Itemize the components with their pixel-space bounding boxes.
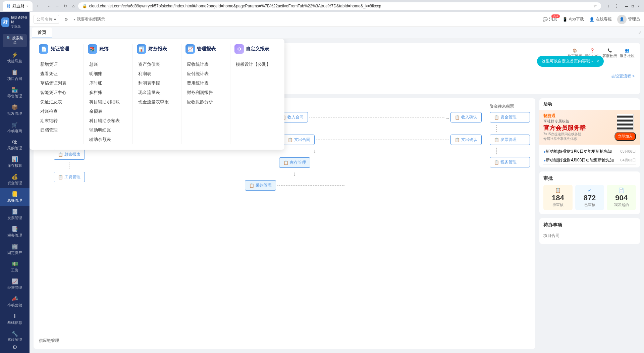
menu-item-receivable-stats[interactable]: 应收统计表 bbox=[185, 60, 226, 69]
menu-item-detail-ledger[interactable]: 明细账 bbox=[88, 69, 128, 79]
sidebar-item-capital[interactable]: 💰 资金管理 bbox=[0, 171, 30, 188]
col-header-ledger: 📚 账簿 bbox=[88, 44, 128, 56]
menu-item-balance[interactable]: 余额表 bbox=[88, 107, 128, 116]
demo-link[interactable]: 我要看实例演示 bbox=[73, 16, 105, 22]
address-bar[interactable]: 🔒 cloud.chanjet.com/cc/u6d89qwnryel/57bf… bbox=[78, 2, 601, 10]
sidebar-item-project-contract[interactable]: 📋 项目合同 bbox=[0, 66, 30, 84]
active-tab[interactable]: 财 好业财 × bbox=[3, 1, 33, 11]
stat-pending[interactable]: 📋 184 待审核 bbox=[543, 185, 573, 210]
sidebar-item-quick-nav[interactable]: ⚡ 快捷导航 bbox=[0, 49, 30, 66]
proc-box-tax-mgmt[interactable]: 📋 税务管理 bbox=[490, 157, 530, 167]
proc-box-capital-mgmt[interactable]: 📋 资金管理 bbox=[490, 112, 530, 122]
settings-btn[interactable]: ⚙ bbox=[62, 16, 71, 23]
menu-item-template-design[interactable]: 模板设计【公测】 bbox=[234, 60, 275, 69]
menu-item-cashflow-quarterly[interactable]: 现金流量表季报 bbox=[137, 97, 177, 107]
menu-item-subject-aux-balance[interactable]: 科目辅助余额表 bbox=[88, 116, 128, 125]
menu-item-archive[interactable]: 归档管理 bbox=[39, 125, 79, 135]
menu-item-receivable-aging[interactable]: 应收账龄分析 bbox=[185, 97, 226, 107]
menu-item-view-voucher[interactable]: 查看凭证 bbox=[39, 69, 79, 79]
customer-hotline-quick[interactable]: 📞 客服热线 bbox=[602, 48, 617, 58]
chevron-down-icon: ▾ bbox=[54, 17, 56, 22]
todo-item-project-contract[interactable]: 项目合同 bbox=[543, 232, 636, 240]
tab-home[interactable]: 首页 bbox=[32, 28, 52, 38]
stat-approved[interactable]: ✓ 872 已审核 bbox=[575, 185, 604, 210]
set-flow-btn-container: 去设置流程 > bbox=[611, 73, 635, 79]
menu-item-reconciliation[interactable]: 对账检查 bbox=[39, 107, 79, 116]
proc-box-expense-contract[interactable]: 📋 支出合同 bbox=[283, 135, 315, 145]
news-item-1[interactable]: ● 新功能|好业财3月6日功能更新抢先知 03月06日 bbox=[543, 147, 636, 156]
menu-item-income-quarterly[interactable]: 利润表季报 bbox=[137, 79, 177, 88]
sidebar-item-inventory[interactable]: 📊 库存核算 bbox=[0, 153, 30, 171]
menu-item-voucher-summary[interactable]: 凭证汇总表 bbox=[39, 97, 79, 107]
search-menu-btn[interactable]: 🔍 搜索菜单 bbox=[3, 34, 27, 47]
proc-box-invoice-mgmt[interactable]: 📋 发票管理 bbox=[490, 135, 530, 145]
menu-item-cashflow[interactable]: 现金流量表 bbox=[137, 88, 177, 97]
minimize-btn[interactable]: — bbox=[624, 3, 629, 9]
back-btn[interactable]: ← bbox=[46, 3, 53, 9]
user-menu-btn[interactable]: 👤 管理员 bbox=[617, 15, 640, 24]
sidebar-item-ecommerce[interactable]: 🛒 小畅电商 bbox=[0, 119, 30, 136]
sidebar-item-accounting[interactable]: 📒 总账管理 bbox=[0, 188, 30, 206]
sidebar-item-marketing[interactable]: 📣 小畅营销 bbox=[0, 293, 30, 310]
message-btn[interactable]: 💬 消息 99+ bbox=[543, 16, 557, 22]
expand-btn[interactable]: ⤢ bbox=[638, 31, 641, 35]
refresh-btn[interactable]: ↻ bbox=[62, 3, 69, 9]
download-icon[interactable]: ↓ bbox=[605, 3, 612, 9]
menu-item-multi-column[interactable]: 多栏账 bbox=[88, 88, 128, 97]
news-item-2[interactable]: ● 新功能|好业财4月03日功能更新抢先知 04月03日 bbox=[543, 156, 636, 165]
menu-item-aux-detail[interactable]: 辅助明细账 bbox=[88, 125, 128, 135]
sidebar-item-invoice[interactable]: 🧾 发票管理 bbox=[0, 206, 30, 223]
bookmark-icon[interactable]: ☆ bbox=[593, 4, 597, 8]
maximize-btn[interactable]: □ bbox=[630, 3, 635, 9]
app-wrapper: 好 畅捷通好业财 专业版 🔍 搜索菜单 ⚡ 快捷导航 📋 项目合同 🏪 零售管理 bbox=[0, 12, 644, 353]
menu-item-general-ledger[interactable]: 总账 bbox=[88, 60, 128, 69]
company-selector[interactable]: 公司名称 ▾ bbox=[34, 15, 59, 24]
sidebar-item-basic-info[interactable]: ℹ 基础信息 bbox=[0, 310, 30, 328]
proc-box-income-confirm[interactable]: 📋 收入确认 bbox=[450, 112, 482, 122]
banner-subtitle: 享社群专属权益 bbox=[543, 119, 614, 124]
sidebar-item-wholesale[interactable]: 📦 批发管理 bbox=[0, 101, 30, 119]
sidebar-settings-btn[interactable]: ⚙ bbox=[1, 344, 28, 350]
menu-item-payable-stats[interactable]: 应付统计表 bbox=[185, 69, 226, 79]
sidebar-item-operations[interactable]: 📈 经营管理 bbox=[0, 275, 30, 293]
menu-item-smart-voucher[interactable]: 智能凭证中心 bbox=[39, 88, 79, 97]
sidebar-item-purchase[interactable]: 🛍 采购管理 bbox=[0, 136, 30, 153]
sidebar-item-payroll[interactable]: 💵 工资 bbox=[0, 258, 30, 275]
stat-sent[interactable]: 📄 904 我发起的 bbox=[607, 185, 636, 210]
new-tab-btn[interactable]: + bbox=[34, 2, 42, 10]
more-icon[interactable]: ⋮ bbox=[613, 3, 620, 9]
menu-item-subject-aux-detail[interactable]: 科目辅助明细账 bbox=[88, 97, 128, 107]
tab-close-btn[interactable]: × bbox=[26, 4, 29, 8]
proc-box-general-report[interactable]: 📋 总账报表 bbox=[54, 149, 85, 160]
sidebar-item-retail[interactable]: 🏪 零售管理 bbox=[0, 84, 30, 101]
service-community-quick[interactable]: 👥 服务社区 bbox=[620, 48, 635, 58]
forward-btn[interactable]: → bbox=[54, 3, 61, 9]
sidebar-item-tax[interactable]: 📑 税务管理 bbox=[0, 223, 30, 241]
home-btn[interactable]: ⌂ bbox=[70, 3, 77, 9]
proc-box-inventory[interactable]: 📋 库存管理 bbox=[279, 157, 310, 168]
proc-row-inventory: 📋 库存管理 bbox=[107, 157, 482, 168]
sidebar-item-system[interactable]: 🔧 系统管理 bbox=[0, 328, 30, 341]
menu-item-period-close[interactable]: 期末结转 bbox=[39, 116, 79, 125]
proc-box-payroll-mgmt[interactable]: 📋 工资管理 bbox=[54, 172, 85, 182]
join-btn[interactable]: 立即加入 bbox=[614, 132, 636, 141]
online-service-btn[interactable]: 👤 在线客服 bbox=[589, 16, 612, 22]
menu-item-sequence-ledger[interactable]: 序时账 bbox=[88, 79, 128, 88]
close-btn[interactable]: × bbox=[636, 3, 641, 9]
menu-item-profit-report[interactable]: 财务利润报告 bbox=[185, 88, 226, 97]
tip-close-btn[interactable]: × bbox=[597, 59, 599, 64]
menu-item-draft-voucher[interactable]: 草稿凭证列表 bbox=[39, 79, 79, 88]
sidebar-item-fixed-assets[interactable]: 🏢 固定资产 bbox=[0, 241, 30, 258]
proc-box-expense-confirm[interactable]: 📋 支出确认 bbox=[450, 135, 482, 145]
menu-item-balance-sheet[interactable]: 资产负债表 bbox=[137, 60, 177, 69]
menu-item-income-statement[interactable]: 利润表 bbox=[137, 69, 177, 79]
set-flow-btn[interactable]: 去设置流程 > bbox=[611, 73, 635, 79]
menu-item-add-voucher[interactable]: 新增凭证 bbox=[39, 60, 79, 69]
dropdown-col-ledger: 📚 账簿 总账 明细账 序时账 多栏账 科目辅助明细账 余额表 科目辅助余额表 … bbox=[84, 44, 133, 144]
sidebar-item-label: 项目合同 bbox=[1, 76, 28, 81]
proc-box-purchase[interactable]: 📋 采购管理 bbox=[245, 180, 276, 191]
basic-info-icon: ℹ bbox=[1, 313, 28, 319]
app-download-btn[interactable]: 📱 App下载 bbox=[562, 16, 584, 22]
menu-item-aux-balance[interactable]: 辅助余额表 bbox=[88, 135, 128, 144]
menu-item-expense-stats[interactable]: 费用统计表 bbox=[185, 79, 226, 88]
